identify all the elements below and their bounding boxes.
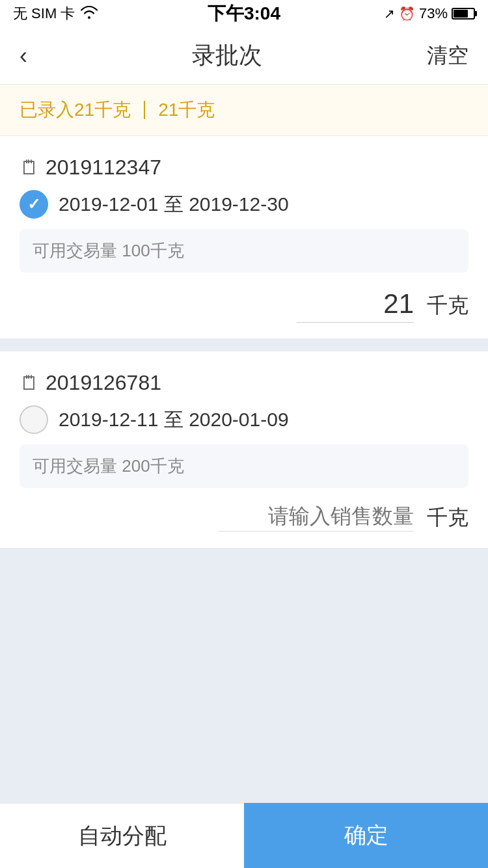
battery-percent: 73% [419,5,448,22]
sales-quantity-input[interactable] [219,504,414,528]
batch-2-doc-icon: 🗒 [20,372,39,394]
batch-1-available: 可用交易量 100千克 [20,229,468,273]
batch-2-header: 🗒 2019126781 [20,371,468,395]
batch-card-2: 🗒 2019126781 2019-12-11 至 2020-01-09 可用交… [0,351,488,488]
battery-icon [452,8,475,20]
status-left: 无 SIM 卡 [13,4,98,23]
batch-1-date-row: ✓ 2019-12-01 至 2019-12-30 [20,190,468,219]
section-separator [0,338,488,351]
alarm-icon: ⏰ [399,6,415,21]
location-icon: ↗ [384,6,395,21]
back-button[interactable]: ‹ [20,42,27,70]
amount-label: 21千克 [158,98,215,122]
status-time: 下午3:04 [208,1,280,26]
batch-1-quantity-row: 21 千克 [0,273,488,338]
info-banner: 已录入21千克 21千克 [0,85,488,136]
batch-1-radio[interactable]: ✓ [20,190,48,219]
banner-divider [144,101,145,119]
status-bar: 无 SIM 卡 下午3:04 ↗ ⏰ 73% [0,0,488,27]
check-icon: ✓ [27,195,40,213]
batch-1-date: 2019-12-01 至 2019-12-30 [59,191,289,218]
clear-button[interactable]: 清空 [427,42,468,70]
confirm-button[interactable]: 确定 [244,803,488,868]
page-title: 录批次 [192,40,262,72]
wifi-icon [80,5,98,23]
bottom-buttons: 自动分配 确定 [0,803,488,868]
batch-2-date-row: 2019-12-11 至 2020-01-09 [20,405,468,434]
batch-1-doc-icon: 🗒 [20,157,39,179]
batch-1-id: 2019112347 [46,156,161,180]
input-unit: 千克 [427,504,468,532]
batch-2-date: 2019-12-11 至 2020-01-09 [59,407,289,433]
page-content: 🗒 2019112347 ✓ 2019-12-01 至 2019-12-30 可… [0,136,488,868]
batch-2-available: 可用交易量 200千克 [20,444,468,488]
quantity-value: 21 [383,288,414,319]
quantity-display: 21 [297,288,414,323]
batch-card-1: 🗒 2019112347 ✓ 2019-12-01 至 2019-12-30 可… [0,136,488,273]
quantity-unit: 千克 [427,292,468,320]
status-right: ↗ ⏰ 73% [384,5,475,22]
auto-distribute-button[interactable]: 自动分配 [0,803,244,868]
recorded-label: 已录入21千克 [20,98,131,122]
batch-2-radio[interactable] [20,405,48,434]
input-underline [219,531,414,532]
quantity-underline [297,322,414,323]
batch-2-input-row: 千克 [0,488,488,548]
nav-bar: ‹ 录批次 清空 [0,27,488,85]
batch-2-id: 2019126781 [46,371,161,395]
carrier-label: 无 SIM 卡 [13,4,75,23]
batch-1-header: 🗒 2019112347 [20,156,468,180]
input-wrapper [219,504,414,532]
